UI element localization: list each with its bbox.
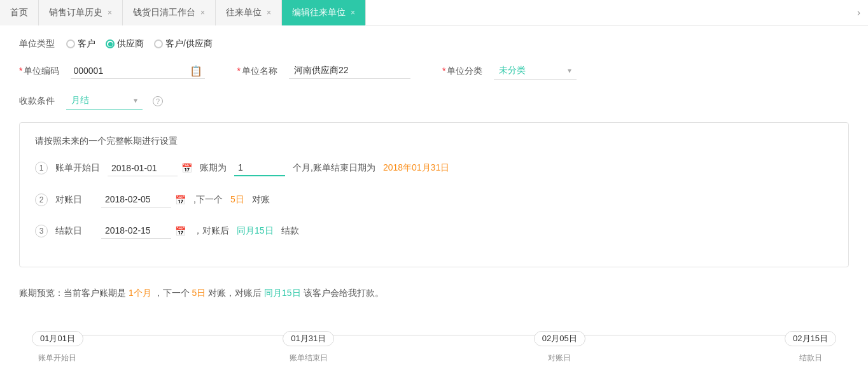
preview-text: 账期预览：当前客户账期是 1个月 ，下一个 5日 对账，对账后 同月15日 该客… <box>19 288 849 299</box>
payment-condition-arrow: ▾ <box>134 96 137 105</box>
tabs-bar: 首页 销售订单历史 × 钱货日清工作台 × 往来单位 × 编辑往来单位 × › <box>0 0 868 25</box>
preview-day: 5日 <box>192 288 206 298</box>
start-date-input-wrapper: 📅 <box>108 160 192 176</box>
radio-supplier-label: 供应商 <box>117 38 144 50</box>
start-date-desc-suffix: 个月,账单结束日期为 <box>293 162 375 174</box>
unit-name-input[interactable] <box>289 63 410 79</box>
payment-condition-select[interactable]: 月结 ▾ <box>66 92 143 109</box>
payment-day-highlight: 同月15日 <box>237 225 274 237</box>
radio-customer-supplier-label: 客户/供应商 <box>165 38 213 50</box>
unit-classify-value: 未分类 <box>499 65 568 76</box>
tab-cash-work-close[interactable]: × <box>200 8 205 17</box>
payment-desc-pre: ，对账后 <box>193 225 229 237</box>
row-start-date: 1 账单开始日 📅 账期为 个月,账单结束日期为 2018年01月31日 <box>35 160 833 176</box>
timeline-label-2: 02月05日 <box>534 331 585 346</box>
timeline-dot-2 <box>556 321 563 327</box>
tab-sales-history-close[interactable]: × <box>108 8 112 17</box>
preview-text4: 该客户会给我打款。 <box>304 288 384 298</box>
radio-customer[interactable]: 客户 <box>66 38 95 50</box>
row-number-1: 1 <box>35 162 48 174</box>
timeline-label-3: 02月15日 <box>785 331 836 346</box>
preview-label: 账期预览：当前客户账期是 <box>19 288 126 298</box>
tab-cash-work[interactable]: 钱货日清工作台 × <box>123 0 216 25</box>
payment-condition-value: 月结 <box>71 95 134 106</box>
start-date-calendar-icon[interactable]: 📅 <box>181 163 192 173</box>
unit-classify-arrow: ▾ <box>568 66 571 75</box>
reconcile-desc-pre: ,下一个 <box>193 194 223 206</box>
row-reconcile-date: 2 对账日 📅 ,下一个 5日 对账 <box>35 192 833 208</box>
reconcile-date-calendar-icon[interactable]: 📅 <box>175 195 186 205</box>
row-payment-date: 3 结款日 📅 ，对账后 同月15日 结款 <box>35 223 833 239</box>
timeline-desc-3: 结款日 <box>799 353 822 363</box>
payment-desc-post: 结款 <box>281 225 299 237</box>
payment-date-input[interactable] <box>101 223 171 239</box>
row-number-2: 2 <box>35 194 48 206</box>
preview-section: 账期预览：当前客户账期是 1个月 ，下一个 5日 对账，对账后 同月15日 该客… <box>19 278 849 387</box>
timeline-dot-0 <box>54 321 60 327</box>
section-title: 请按照未来的一个完整帐期进行设置 <box>35 136 833 147</box>
unit-type-label: 单位类型 <box>19 38 55 50</box>
tab-partner-units-label: 往来单位 <box>226 7 262 18</box>
tab-sales-history[interactable]: 销售订单历史 × <box>39 0 123 25</box>
unit-info-row: 单位编码 📋 单位名称 单位分类 未分类 ▾ <box>19 62 849 80</box>
timeline-label-1: 01月31日 <box>283 331 334 346</box>
tab-partner-units[interactable]: 往来单位 × <box>216 0 282 25</box>
radio-customer-label: 客户 <box>78 38 95 50</box>
tab-edit-partner-label: 编辑往来单位 <box>292 7 346 18</box>
month-input[interactable] <box>234 160 285 176</box>
timeline-points: 01月01日 账单开始日 01月31日 账单结束日 02月05日 对账日 02月… <box>32 321 836 363</box>
unit-name-label: 单位名称 <box>237 66 277 77</box>
timeline: 01月01日 账单开始日 01月31日 账单结束日 02月05日 对账日 02月… <box>19 314 849 387</box>
timeline-point-2: 02月05日 对账日 <box>534 321 585 363</box>
tab-partner-units-close[interactable]: × <box>267 8 271 17</box>
label-reconcile-date: 对账日 <box>55 194 94 206</box>
unit-code-label: 单位编码 <box>19 66 59 77</box>
tab-home[interactable]: 首页 <box>0 0 39 25</box>
payment-date-calendar-icon[interactable]: 📅 <box>175 226 186 236</box>
unit-code-input[interactable] <box>71 63 187 78</box>
tab-sales-history-label: 销售订单历史 <box>49 7 102 18</box>
preview-text2: ，下一个 <box>154 288 190 298</box>
unit-classify-select[interactable]: 未分类 ▾ <box>494 62 577 80</box>
main-content: 单位类型 客户 供应商 客户/供应商 单位编码 📋 单位名称 单位分类 <box>0 25 868 387</box>
start-date-input[interactable] <box>108 160 178 176</box>
radio-customer-circle <box>66 39 75 48</box>
tab-home-label: 首页 <box>10 7 28 18</box>
start-date-desc-prefix: 账期为 <box>200 162 227 174</box>
tabs-scroll-arrow[interactable]: › <box>850 7 868 18</box>
unit-type-row: 单位类型 客户 供应商 客户/供应商 <box>19 38 849 50</box>
row-number-3: 3 <box>35 225 48 237</box>
preview-same-month: 同月15日 <box>264 288 301 298</box>
payment-condition-label: 收款条件 <box>19 95 55 107</box>
reconcile-date-input-wrapper: 📅 <box>101 192 186 208</box>
preview-months: 1个月 <box>129 288 151 298</box>
payment-condition-row: 收款条件 月结 ▾ ? <box>19 92 849 109</box>
timeline-desc-0: 账单开始日 <box>38 353 76 363</box>
radio-supplier-circle <box>106 39 115 48</box>
help-icon[interactable]: ? <box>153 96 163 106</box>
timeline-desc-2: 对账日 <box>548 353 571 363</box>
unit-classify-label: 单位分类 <box>442 66 482 77</box>
radio-customer-supplier[interactable]: 客户/供应商 <box>154 38 213 50</box>
radio-customer-supplier-circle <box>154 39 163 48</box>
preview-text3: 对账，对账后 <box>208 288 262 298</box>
timeline-dot-1 <box>305 321 312 327</box>
reconcile-desc-post: 对账 <box>252 194 270 206</box>
payment-date-input-wrapper: 📅 <box>101 223 186 239</box>
unit-code-input-wrapper: 📋 <box>71 63 205 79</box>
tab-edit-partner[interactable]: 编辑往来单位 × <box>282 0 366 25</box>
period-settings-card: 请按照未来的一个完整帐期进行设置 1 账单开始日 📅 账期为 个月,账单结束日期… <box>19 122 849 267</box>
timeline-point-3: 02月15日 结款日 <box>785 321 836 363</box>
timeline-point-0: 01月01日 账单开始日 <box>32 321 83 363</box>
timeline-dot-3 <box>808 321 814 327</box>
reconcile-date-input[interactable] <box>101 192 171 208</box>
tab-cash-work-label: 钱货日清工作台 <box>133 7 195 18</box>
label-start-date: 账单开始日 <box>55 162 100 174</box>
tab-edit-partner-close[interactable]: × <box>351 8 355 17</box>
radio-supplier[interactable]: 供应商 <box>106 38 144 50</box>
radio-group-unit-type: 客户 供应商 客户/供应商 <box>66 38 213 50</box>
copy-icon[interactable]: 📋 <box>187 65 205 77</box>
end-date-highlight: 2018年01月31日 <box>383 162 449 174</box>
timeline-point-1: 01月31日 账单结束日 <box>283 321 334 363</box>
reconcile-day-highlight: 5日 <box>230 194 244 206</box>
